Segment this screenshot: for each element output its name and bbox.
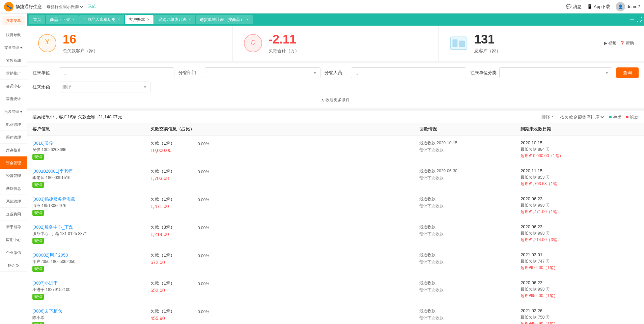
col-debt-info: 欠款交易信息（占比） [150, 126, 419, 132]
filter-category-select[interactable]: ▼ [499, 67, 612, 78]
overdue-link[interactable]: 超期¥1,214.00（3笔） [521, 237, 639, 243]
sidebar-item-marketing[interactable]: 营销推广 [0, 67, 27, 80]
tab-customer-account[interactable]: 客户账本 × [125, 15, 153, 24]
sidebar-item-ecommerce[interactable]: 电商管理 [0, 118, 27, 131]
app-download-btn[interactable]: 📱 App下载 [587, 4, 610, 10]
tab-minimize-icon[interactable]: ─ [630, 17, 634, 23]
sidebar-item-quick-nav[interactable]: 快捷导航 [0, 28, 27, 41]
stat-card-total-customers: 131 总客户（家） ▶ 视频 ❓ 帮助 [439, 26, 644, 61]
table-row: [0007]小进干 小进干 18279152100 现销 欠款（1笔） 652.… [27, 276, 644, 304]
filter-balance-select[interactable]: 选择... ▼ [59, 82, 150, 92]
tab-bar-actions: ─ ⛶ [630, 17, 642, 23]
filter-person-input[interactable]: ... [351, 67, 467, 78]
chevron-down-icon: ▼ [605, 71, 609, 75]
customer-name[interactable]: [0007]小进干 [32, 280, 150, 286]
tenant-select[interactable]: 母婴行业演示账套 [45, 4, 84, 9]
refresh-btn[interactable]: 刷新 [626, 114, 639, 120]
message-btn[interactable]: 💬 消息 [566, 4, 582, 10]
sidebar-item-system[interactable]: 系统管理 [0, 195, 27, 208]
sidebar-item-guide[interactable]: 新手引导 [0, 220, 27, 233]
stat-debt-number: -2.11 [269, 32, 299, 47]
tab-close-icon[interactable]: × [72, 17, 75, 22]
stat-card-debtors: ¥ 16 总欠款客户（家） [27, 26, 233, 61]
customer-info-cell: [0016]吴俊 吴俊 13026203696 现销 [32, 140, 150, 160]
overdue-link[interactable]: 超期¥1,471.00（1笔） [521, 209, 639, 215]
sidebar-item-retail-mall[interactable]: 零售商城 [0, 54, 27, 67]
overdue-link[interactable]: 超期¥672.00（1笔） [521, 265, 639, 271]
customer-tag: 现销 [32, 154, 44, 160]
sidebar-item-member[interactable]: 畅会员 [0, 259, 27, 272]
filter-customer-input[interactable]: ... [59, 67, 174, 78]
overdue-link[interactable]: 超期¥652.00（1笔） [521, 293, 639, 299]
help-btn[interactable]: ❓ 帮助 [620, 40, 634, 46]
tab-product-listing[interactable]: 商品上下架 × [46, 15, 79, 24]
sidebar-item-inventory[interactable]: 库存核算 [0, 144, 27, 156]
sidebar-item-wholesale[interactable]: 批发管理 ▾ [0, 105, 27, 118]
sidebar-item-membership[interactable]: 会员中心 [0, 80, 27, 92]
sidebar-item-wechat[interactable]: 企业微信 [0, 246, 27, 259]
sidebar-item-basic-info[interactable]: 基础信息 [0, 182, 27, 195]
table-container: 客户信息 欠款交易信息（占比） 回款情况 到期未收款日期 [0016]吴俊 吴俊… [27, 123, 644, 324]
debt-cell: 欠款（1笔） 652.00 0.00% [150, 280, 419, 293]
customer-name[interactable]: [0003]畅捷服务尹海燕 [32, 196, 150, 202]
stat-debt-label: 欠款合计（万） [269, 48, 299, 54]
col-recovery: 回款情况 [419, 126, 521, 132]
sidebar-item-purchase[interactable]: 采购管理 [0, 131, 27, 144]
overdue-cell: 2020.10.15 最长欠款 884 天 超期¥10,000.00（1笔） [521, 140, 639, 159]
tab-home[interactable]: 首页 [29, 15, 45, 24]
table-header: 客户信息 欠款交易信息（占比） 回款情况 到期未收款日期 [27, 123, 644, 136]
customer-name[interactable]: [0002]服务中心_丁磊 [32, 224, 150, 230]
sidebar-item-retail-management[interactable]: 零售管理 ▾ [0, 41, 27, 54]
tab-close-icon[interactable]: × [189, 17, 191, 22]
sidebar-item-retail-stats[interactable]: 零售统计 [0, 92, 27, 105]
query-button[interactable]: 查询 [616, 67, 639, 78]
overdue-link[interactable]: 超期¥10,000.00（1笔） [521, 153, 639, 159]
customer-name[interactable]: [000002]用户2050 [32, 252, 150, 258]
sort-select[interactable]: 按欠款金额倒序排序 [559, 114, 605, 120]
stat-card-debt-amount: ⬡ -2.11 欠款合计（万） [233, 26, 439, 61]
overdue-cell: 2020.11.15 最长欠款 853 天 超期¥1,703.68（1笔） [521, 168, 639, 187]
svg-text:¥: ¥ [45, 38, 49, 46]
table-row: [0002]服务中心_丁磊 服务中心_丁磊 181 0125 8371 现销 欠… [27, 220, 644, 248]
table-row: [0003]畅捷服务尹海燕 海燕 18513066976 现销 欠款（1笔） 1… [27, 192, 644, 220]
customer-tag: 现销 [32, 266, 44, 272]
help-icon: ❓ [620, 41, 625, 46]
tab-purchase-stats[interactable]: 采购订单统计表 × [154, 15, 195, 24]
tab-goods-stats[interactable]: 进货单统计表（按商品） × [196, 15, 253, 24]
table-row: [000002]用户2050 用户2050 18665062050 现销 欠款（… [27, 248, 644, 276]
demo-link[interactable]: 示范 [88, 4, 96, 9]
overdue-cell: 2021.02.26 最长欠款 750 天 超期¥455.90（1笔） [521, 308, 639, 324]
tab-maximize-icon[interactable]: ⛶ [637, 17, 642, 23]
debt-cell: 欠款（1笔） 10,000.00 0.00% [150, 140, 419, 153]
customer-name[interactable]: [0001020001]李老师 [32, 168, 150, 174]
tab-close-icon[interactable]: × [246, 17, 249, 22]
top-bar: 🐾 畅捷通好生意 母婴行业演示账套 示范 💬 消息 📱 App下载 👤 demo… [0, 0, 644, 13]
search-menu-btn[interactable]: 搜索菜单 [2, 16, 25, 25]
video-btn[interactable]: ▶ 视频 [604, 40, 616, 46]
tab-close-icon[interactable]: × [118, 17, 120, 22]
tab-finished-goods[interactable]: 产成品入库单历史 × [79, 15, 124, 24]
customer-name[interactable]: [0006]去下粮仓 [32, 308, 150, 314]
debt-cell: 欠款（3笔） 1,214.00 0.00% [150, 224, 419, 237]
user-avatar-btn[interactable]: 👤 demo2 [616, 2, 640, 11]
collapse-btn[interactable]: ∧ 收起更多条件 [32, 96, 639, 104]
overdue-link[interactable]: 超期¥455.90（1笔） [521, 321, 639, 324]
filter-dept-select[interactable]: ▼ [205, 67, 320, 78]
overdue-link[interactable]: 超期¥1,703.68（1笔） [521, 181, 639, 187]
filter-balance: 往来余额 选择... ▼ [32, 82, 150, 92]
sidebar-item-apps[interactable]: 应用中心 [0, 233, 27, 246]
col-overdue: 到期未收款日期 [521, 126, 639, 132]
recovery-cell: 最近收款 预计下次收款 [419, 196, 521, 209]
stat-debtors-info: 16 总欠款客户（家） [63, 32, 98, 54]
export-btn[interactable]: 导出 [609, 114, 622, 120]
sidebar-item-finance[interactable]: 资金管理 [0, 156, 27, 169]
debt-cell: 欠款（1笔） 455.90 0.00% [150, 308, 419, 321]
sidebar-item-operations[interactable]: 经营管理 [0, 169, 27, 182]
debt-amount-col: 欠款（1笔） 10,000.00 [150, 140, 184, 153]
customer-tag: 现销 [32, 322, 44, 324]
sidebar-item-collab[interactable]: 企业协同 [0, 208, 27, 220]
chevron-down-icon: ▼ [313, 71, 317, 75]
tab-close-icon[interactable]: × [147, 17, 149, 22]
customer-name[interactable]: [0016]吴俊 [32, 140, 150, 146]
filter-row-1: 往来单位 ... 分管部门 ▼ [32, 67, 639, 78]
